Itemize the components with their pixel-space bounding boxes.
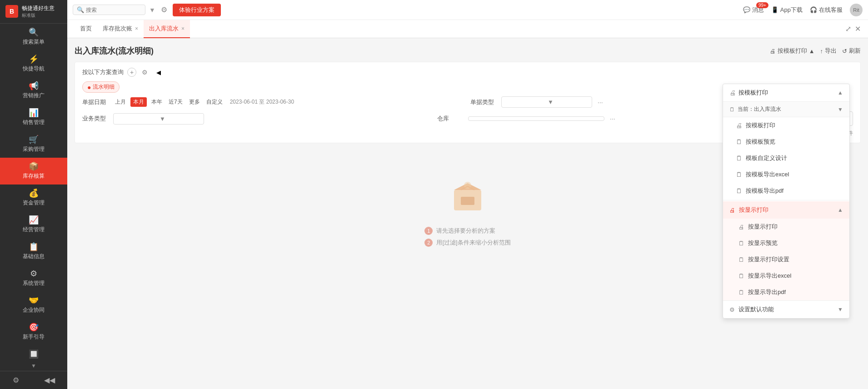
headset-icon: 🎧 [810,6,817,13]
tab-batch-account[interactable]: 库存批次账 × [97,20,144,38]
display-section-title-text: 按显示打印 [739,206,768,214]
sidebar-item-finance[interactable]: 💰 资金管理 [0,185,67,211]
current-template-row: 🗒 当前：出入库流水 ▼ [723,102,849,117]
warehouse-more-btn[interactable]: ··· [608,113,617,124]
tab-home[interactable]: 首页 [75,20,97,38]
filter-gear-btn[interactable]: ⚙ [140,68,149,77]
topbar-right: 💬 消息 99+ 📱 App下载 🎧 在线客服 Rit [743,4,863,16]
dropdown-item-display-print[interactable]: 🖨 按显示打印 [723,219,849,235]
sidebar-logo: B 畅捷通好生意 标准版 [0,0,67,24]
sidebar-item-inventory[interactable]: 📦 库存核算 [0,158,67,185]
sidebar-item-label: 新手引导 [23,333,45,341]
industry-plan-btn[interactable]: 体验行业方案 [173,4,221,16]
dropdown-item-display-export-excel[interactable]: 🗒 按显示导出excel [723,268,849,284]
refresh-btn[interactable]: ↺ 刷新 [842,47,861,55]
chart-icon: 📊 [29,109,39,117]
sidebar-item-operations[interactable]: 📈 经营管理 [0,211,67,238]
sidebar-item-label: 营销推广 [23,92,45,100]
export-btn[interactable]: ↑ 导出 [820,47,837,55]
sidebar-scroll-down[interactable]: ▼ [0,361,67,371]
sidebar-item-label: 库存核算 [23,172,45,180]
sidebar-settings-btn[interactable]: ⚙ [13,376,19,384]
mobile-icon: 📱 [771,6,778,13]
dropdown-item-display-print-label: 按显示打印 [748,223,778,231]
current-template-arrow[interactable]: ▼ [838,106,843,113]
dropdown-item-display-preview[interactable]: 🗒 按显示预览 [723,235,849,251]
cart-icon: 🛒 [29,135,39,144]
dropdown-footer[interactable]: ⚙ 设置默认功能 ▼ [723,300,849,318]
print-template-label: 按模板打印 [778,47,807,55]
filter-tag-icon: ● [87,84,91,91]
dropdown-item-template-preview[interactable]: 🗒 按模板预览 [723,134,849,150]
tab-bar: 首页 库存批次账 × 出入库流水 × ⤢ ✕ [67,20,868,38]
date-opt-custom[interactable]: 自定义 [205,97,224,107]
doc-type-select[interactable]: ▼ [501,96,592,108]
refresh-label: 刷新 [849,47,861,55]
current-template-label: 🗒 当前：出入库流水 [729,105,781,113]
filter-label: 按以下方案查询 [82,68,124,76]
tab-maximize-btn[interactable]: ⤢ [845,25,851,33]
sidebar-item-quick-nav[interactable]: ⚡ 快捷导航 [0,50,67,77]
sidebar: B 畅捷通好生意 标准版 🔍 搜索菜单 ⚡ 快捷导航 📢 营销推广 📊 销售管理… [0,0,67,389]
customer-service-btn[interactable]: 🎧 在线客服 [810,6,843,14]
sidebar-item-marketing[interactable]: 📢 营销推广 [0,77,67,104]
display-pdf-icon: 🗒 [738,289,744,296]
search-dropdown-arrow[interactable]: ▼ [149,6,155,14]
empty-tip-2: 2 用[过滤]条件来缩小分析范围 [424,239,510,247]
sidebar-item-app-center[interactable]: 🔲 应用中心 [0,345,67,361]
money-icon: 💰 [29,189,39,197]
sidebar-item-basic-info[interactable]: 📋 基础信息 [0,238,67,265]
business-type-select[interactable]: ▼ [113,113,204,125]
tab-flow[interactable]: 出入库流水 × [144,20,190,38]
filter-add-btn[interactable]: + [127,68,136,77]
print-template-btn[interactable]: 🖨 按模板打印 ▲ [770,47,815,55]
dropdown-item-display-print-settings[interactable]: 🗒 按显示打印设置 [723,251,849,268]
sidebar-item-search[interactable]: 🔍 搜索菜单 [0,24,67,50]
app-download-btn[interactable]: 📱 App下载 [771,6,803,14]
user-avatar[interactable]: Rit [850,4,863,16]
dropdown-item-template-customize[interactable]: 🗒 模板自定义设计 [723,150,849,166]
topbar-search-box[interactable]: 🔍 [73,5,145,15]
dropdown-item-template-preview-label: 按模板预览 [746,138,775,146]
sidebar-item-purchase[interactable]: 🛒 采购管理 [0,131,67,158]
dropdown-header: 🖨 按模板打印 ▲ [723,84,849,102]
trending-icon: 📈 [29,216,39,224]
date-opt-current-month[interactable]: 本月 [130,97,147,107]
filter-top: 按以下方案查询 + ⚙ ◀ [82,68,853,77]
tab-flow-close[interactable]: × [181,25,185,32]
dropdown-item-template-export-pdf-label: 按模板导出pdf [746,187,783,195]
filter-tag-flow-detail[interactable]: ● 流水明细 [82,81,120,93]
dropdown-item-template-export-excel[interactable]: 🗒 按模板导出excel [723,166,849,183]
date-opt-week[interactable]: 近7天 [167,97,185,107]
date-opt-prev-month[interactable]: 上月 [113,97,128,107]
sidebar-collapse-btn[interactable]: ◀◀ [44,376,55,384]
tab-batch-account-close[interactable]: × [135,25,138,32]
dropdown-item-template-export-pdf[interactable]: 🗒 按模板导出pdf [723,183,849,199]
sidebar-item-guide[interactable]: 🎯 新手引导 [0,319,67,345]
search-input[interactable] [86,7,136,13]
sidebar-item-system[interactable]: ⚙ 系统管理 [0,265,67,292]
dropdown-item-template-print[interactable]: 🖨 按模板打印 [723,117,849,134]
dropdown-item-display-export-pdf[interactable]: 🗒 按显示导出pdf [723,284,849,300]
tab-close-btn[interactable]: ✕ [855,25,861,33]
date-opt-more[interactable]: 更多 [187,97,202,107]
clipboard-icon: 📋 [29,243,39,251]
sidebar-item-label: 采购管理 [23,145,45,153]
warehouse-select[interactable] [468,116,604,121]
refresh-icon: ↺ [842,48,847,55]
doc-type-more-btn[interactable]: ··· [596,97,605,108]
sidebar-menu: 🔍 搜索菜单 ⚡ 快捷导航 📢 营销推广 📊 销售管理 🛒 采购管理 📦 库存核… [0,24,67,361]
filter-collapse-icon[interactable]: ◀ [156,69,161,76]
megaphone-icon: 📢 [29,82,39,90]
dropdown-footer-arrow[interactable]: ▼ [838,306,843,313]
date-opt-current-year[interactable]: 本年 [150,97,164,107]
sidebar-item-enterprise[interactable]: 🤝 企业协同 [0,292,67,319]
dropdown-header-arrow[interactable]: ▲ [838,90,843,96]
sidebar-item-label: 搜索菜单 [23,38,45,46]
message-btn[interactable]: 💬 消息 99+ [743,6,764,14]
topbar-gear-icon[interactable]: ⚙ [161,5,167,14]
preview-icon: 🗒 [736,138,742,145]
display-section-arrow[interactable]: ▲ [838,207,843,213]
sidebar-item-sales[interactable]: 📊 销售管理 [0,104,67,131]
display-section-header[interactable]: 🖨 按显示打印 ▲ [723,201,849,219]
